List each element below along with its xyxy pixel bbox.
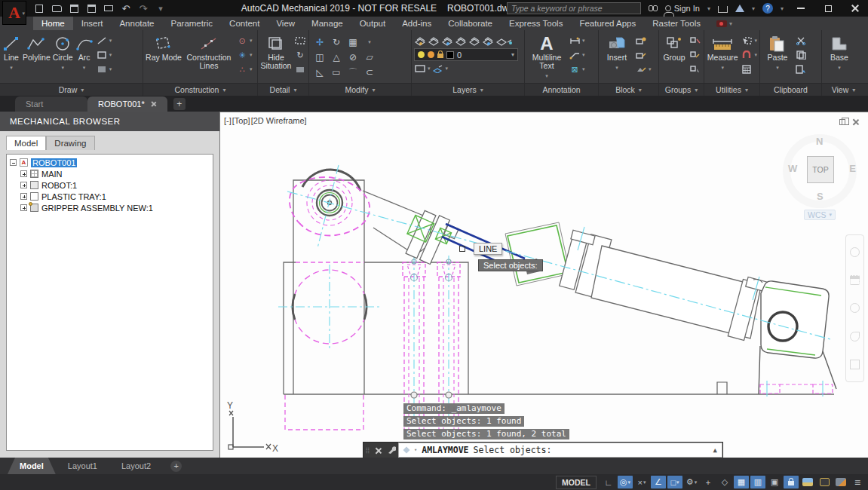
layer-dropdown[interactable]: 0 ▾ — [414, 48, 518, 61]
dimension-icon[interactable] — [569, 35, 581, 47]
dynamic-input-icon[interactable]: + — [701, 476, 716, 488]
panel-label-annotation[interactable]: Annotation — [525, 84, 599, 96]
section-icon[interactable] — [294, 64, 306, 75]
ribbon-tab-collaborate[interactable]: Collaborate — [440, 17, 501, 30]
tree-item-robot[interactable]: ROBOT:1 — [7, 179, 213, 191]
cylinder-body[interactable] — [560, 227, 770, 341]
power-edit-icon[interactable]: ⊂ — [366, 67, 373, 78]
magnet-icon[interactable] — [741, 50, 753, 61]
viewport-restore-button[interactable] — [839, 119, 845, 125]
help-icon[interactable]: ? — [762, 3, 773, 14]
graphics-performance-icon[interactable] — [817, 476, 832, 488]
undo-icon[interactable]: ↶ — [120, 3, 132, 14]
construction-lines-button[interactable]: Construction Lines — [184, 33, 234, 70]
block-attributes-icon[interactable] — [635, 64, 647, 75]
annotation-visibility-icon[interactable]: ▦ — [734, 476, 749, 488]
viewcube-east[interactable]: E — [849, 163, 856, 174]
offset-icon[interactable]: ▭ — [332, 67, 340, 78]
chevron-down-icon[interactable]: ▾ — [368, 39, 371, 45]
ribbon-tab-output[interactable]: Output — [351, 17, 394, 30]
tree-item-robot001[interactable]: A ROBOT001 — [7, 157, 213, 168]
calculator-icon[interactable] — [741, 64, 753, 75]
line-tool-icon[interactable] — [96, 35, 108, 47]
expand-icon[interactable] — [20, 193, 27, 200]
help-chevron-icon[interactable]: ▾ — [781, 5, 784, 12]
mirror-icon[interactable]: △ — [333, 52, 339, 63]
apps-chevron-icon[interactable]: ▾ — [752, 5, 755, 12]
copy-clip-icon[interactable] — [795, 50, 807, 61]
tree-item-main[interactable]: MAIN — [7, 168, 213, 179]
pan-icon[interactable] — [850, 275, 860, 285]
polar-tracking-icon[interactable]: ∠ — [651, 476, 666, 488]
expand-icon[interactable] — [20, 182, 27, 188]
full-navigation-wheel-icon[interactable] — [850, 247, 860, 257]
panel-label-clipboard[interactable]: Clipboard — [760, 84, 822, 96]
tab-layout2[interactable]: Layout2 — [109, 458, 163, 474]
annotation-monitor-icon[interactable]: ▣ — [767, 476, 782, 488]
group-select-icon[interactable] — [689, 64, 701, 75]
scale-area-icon[interactable] — [294, 35, 306, 47]
browser-tab-drawing[interactable]: Drawing — [46, 136, 94, 150]
ribbon-tab-addins[interactable]: Add-ins — [394, 17, 440, 30]
tree-item-gripper-assembly[interactable]: GRIPPER ASSEMBLY NEW:1 — [7, 202, 213, 213]
symbol-icon[interactable]: ⊠ — [569, 64, 581, 75]
plot-icon[interactable] — [103, 3, 115, 14]
hatch-tool-icon[interactable] — [96, 64, 108, 75]
create-block-icon[interactable] — [635, 35, 647, 47]
hide-situation-button[interactable]: Hide Situation — [260, 33, 292, 70]
collapse-icon[interactable] — [10, 159, 17, 166]
panel-label-layers[interactable]: Layers▾ — [412, 84, 525, 96]
application-menu-button[interactable]: A ▾ — [2, 1, 26, 25]
expand-icon[interactable] — [20, 204, 27, 211]
viewport-menu-control[interactable]: [-] — [224, 116, 232, 125]
measure-button[interactable]: Measure▾ — [707, 33, 738, 72]
circle-button[interactable]: Circle▾ — [53, 33, 73, 72]
paste-special-icon[interactable] — [795, 64, 807, 75]
move-icon[interactable]: ✢ — [316, 37, 324, 47]
tree-item-plastic-tray[interactable]: PLASTIC TRAY:1 — [7, 191, 213, 202]
ribbon-tab-manage[interactable]: Manage — [303, 17, 351, 30]
pivot-hub[interactable] — [290, 165, 370, 248]
fillet-icon[interactable]: ⌒ — [348, 66, 357, 79]
stretch-icon[interactable]: ◺ — [316, 67, 323, 78]
tab-robot001[interactable]: ROBOT001* — [87, 96, 167, 112]
drawing-viewport[interactable]: Y X [-] [Top] [2D Wireframe] N W E S TOP… — [219, 112, 868, 458]
search-input[interactable] — [507, 2, 641, 14]
infer-constraints-icon[interactable]: ×▾ — [634, 476, 649, 488]
ribbon-tab-content[interactable]: Content — [221, 17, 268, 30]
browser-header[interactable]: MECHANICAL BROWSER — [0, 112, 219, 131]
paste-button[interactable]: Paste▾ — [762, 33, 793, 72]
group-button[interactable]: Group — [661, 33, 687, 62]
ucs-icon[interactable]: Y X — [227, 400, 278, 454]
chevron-down-icon[interactable]: ▾ — [109, 52, 112, 58]
panel-label-view[interactable]: View▾ — [822, 84, 865, 96]
showmotion-icon[interactable] — [850, 360, 860, 369]
ribbon-tab-insert[interactable]: Insert — [73, 17, 112, 30]
expand-history-icon[interactable]: ▲ — [713, 446, 717, 454]
grid-display-icon[interactable]: ∟ — [601, 476, 616, 488]
arc-button[interactable]: Arc▾ — [75, 33, 94, 72]
insert-button[interactable]: Insert▾ — [601, 33, 633, 72]
line-button[interactable]: Line▾ — [2, 33, 20, 72]
panel-label-block[interactable]: Block▾ — [599, 84, 659, 96]
ray-mode-button[interactable]: Ray Mode — [146, 33, 182, 62]
chevron-down-icon[interactable]: ▾ — [109, 38, 112, 44]
panel-label-detail[interactable]: Detail▾ — [258, 84, 309, 96]
arm-centerline[interactable] — [287, 191, 830, 339]
ribbon-tab-view[interactable]: View — [268, 17, 303, 30]
base-button[interactable]: Base▾ — [824, 33, 854, 72]
new-drawing-tab-button[interactable]: + — [173, 98, 186, 110]
new-layout-button[interactable]: + — [170, 461, 182, 472]
viewcube-top-face[interactable]: TOP — [807, 156, 834, 183]
viewcube-north[interactable]: N — [816, 136, 823, 147]
panel-label-construction[interactable]: Construction▾ — [143, 84, 258, 96]
ribbon-tab-home[interactable]: Home — [33, 17, 73, 30]
tab-layout1[interactable]: Layout1 — [56, 458, 109, 474]
search-icon[interactable] — [649, 5, 658, 11]
box-icon[interactable]: ▱ — [366, 52, 373, 63]
cut-icon[interactable] — [795, 35, 807, 47]
ribbon-tab-express-tools[interactable]: Express Tools — [501, 17, 571, 30]
object-snap-icon[interactable]: □▾ — [667, 476, 682, 488]
save-as-icon[interactable] — [85, 3, 97, 14]
close-button[interactable] — [845, 2, 865, 15]
